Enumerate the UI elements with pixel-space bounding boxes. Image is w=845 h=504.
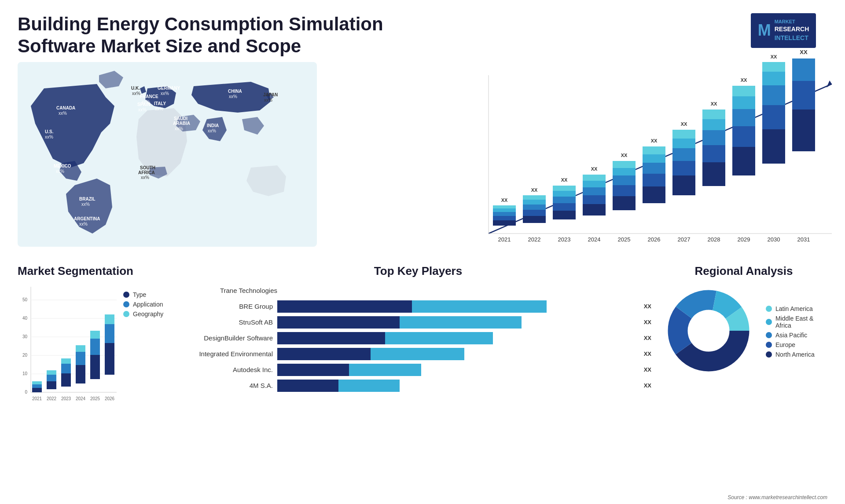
legend-geography-label: Geography: [133, 310, 163, 318]
player-xx-autodesk: XX: [644, 366, 651, 373]
italy-label: ITALY: [154, 101, 166, 106]
legend-geography-dot: [123, 311, 129, 317]
svg-rect-73: [61, 358, 71, 364]
map-svg: CANADA xx% U.S. xx% MEXICO xx% BRAZIL xx…: [18, 62, 317, 247]
key-players-section: Top Key Players Trane Technologies BRE G…: [185, 264, 651, 445]
legend-apac: Asia Pacific: [766, 332, 827, 339]
svg-rect-35: [672, 175, 695, 195]
svg-rect-47: [732, 109, 755, 126]
saudi-value: xx%: [175, 126, 183, 131]
y-30: 30: [22, 334, 28, 339]
brazil-value: xx%: [81, 202, 90, 207]
legend-geography: Geography: [123, 310, 163, 318]
y-0: 0: [25, 390, 27, 394]
svg-rect-5: [493, 220, 516, 226]
svg-rect-49: [732, 86, 755, 96]
year-2027: 2027: [678, 236, 691, 243]
south-africa-value: xx%: [141, 175, 149, 180]
china-value: xx%: [229, 94, 237, 99]
svg-rect-23: [583, 181, 606, 187]
bar-xx-2029: XX: [741, 77, 747, 83]
player-row-bre: BRE Group XX: [185, 300, 651, 313]
bar-xx-2023: XX: [561, 177, 568, 183]
svg-rect-15: [553, 211, 576, 219]
uk-label: U.K.: [131, 86, 140, 91]
bar-xx-2024: XX: [591, 166, 598, 172]
germany-value: xx%: [161, 91, 169, 96]
player-bar-bre: [277, 300, 637, 313]
bre-light-bar: [412, 300, 547, 313]
svg-rect-38: [672, 139, 695, 148]
player-row-strusoft: StruSoft AB XX: [185, 316, 651, 329]
donut-chart: [660, 282, 757, 379]
svg-rect-44: [702, 110, 725, 119]
svg-rect-29: [613, 161, 636, 168]
seg-year-2025: 2025: [90, 396, 100, 401]
bar-xx-2025: XX: [621, 153, 628, 158]
legend-latin-label: Latin America: [775, 305, 813, 312]
svg-rect-36: [672, 161, 695, 175]
integrated-bars: [277, 348, 464, 360]
svg-marker-2: [827, 80, 832, 88]
svg-rect-17: [553, 197, 576, 203]
player-name-integrated: Integrated Environmental: [185, 350, 273, 358]
legend-na-dot: [766, 351, 772, 358]
designbuilder-dark-bar: [277, 332, 385, 344]
segmentation-content: 0 10 20 30 40 50: [18, 282, 176, 414]
legend-europe-dot: [766, 342, 772, 348]
autodesk-light-bar: [349, 364, 421, 376]
svg-rect-27: [613, 175, 636, 185]
seg-year-2024: 2024: [76, 396, 86, 401]
mexico-value: xx%: [56, 169, 64, 174]
player-name-trane: Trane Technologies: [185, 287, 277, 294]
legend-apac-label: Asia Pacific: [775, 332, 807, 339]
legend-mea: Middle East & Africa: [766, 315, 827, 329]
south-africa-label2: AFRICA: [138, 170, 155, 175]
bar-xx-2030: XX: [771, 54, 777, 59]
integrated-dark-bar: [277, 348, 371, 360]
svg-rect-20: [583, 204, 606, 215]
svg-rect-42: [702, 130, 725, 145]
strusoft-bars: [277, 316, 522, 329]
player-row-integrated: Integrated Environmental XX: [185, 348, 651, 360]
key-players-title: Top Key Players: [185, 264, 651, 278]
svg-rect-57: [792, 58, 815, 81]
legend-latin: Latin America: [766, 305, 827, 312]
4m-light-bar: [338, 380, 400, 392]
year-2023: 2023: [558, 236, 571, 243]
player-name-strusoft: StruSoft AB: [185, 318, 273, 326]
argentina-value: xx%: [79, 222, 88, 226]
bar-chart-svg: XX XX XX XX: [462, 62, 845, 251]
canada-label: CANADA: [56, 106, 75, 110]
svg-rect-51: [762, 105, 785, 129]
y-50: 50: [22, 297, 28, 302]
legend-europe-label: Europe: [775, 341, 795, 348]
svg-rect-39: [672, 130, 695, 139]
legend-application-dot: [123, 301, 129, 307]
legend-north-america: North America: [766, 351, 827, 358]
logo-text: MARKET RESEARCH INTELLECT: [775, 18, 809, 43]
svg-rect-14: [523, 195, 546, 200]
4m-bars: [277, 380, 400, 392]
logo-line3: INTELLECT: [775, 34, 809, 43]
logo: M MARKET RESEARCH INTELLECT: [751, 13, 816, 48]
world-map: CANADA xx% U.S. xx% MEXICO xx% BRAZIL xx…: [18, 62, 317, 247]
france-label: FRANCE: [140, 94, 158, 99]
bar-xx-2022: XX: [531, 187, 538, 193]
seg-year-2026: 2026: [105, 396, 115, 401]
svg-point-88: [689, 311, 728, 351]
spain-value: xx%: [138, 107, 147, 112]
svg-rect-66: [32, 384, 42, 388]
year-2031: 2031: [797, 236, 810, 243]
legend-type: Type: [123, 291, 163, 298]
svg-rect-50: [762, 129, 785, 164]
svg-rect-67: [32, 381, 42, 384]
player-bar-autodesk: [277, 364, 637, 376]
player-name-designbuilder: DesignBuilder Software: [185, 334, 273, 342]
logo-m-icon: M: [758, 19, 771, 41]
brazil-label: BRAZIL: [79, 197, 96, 201]
year-2029: 2029: [738, 236, 750, 243]
year-2026: 2026: [648, 236, 661, 243]
legend-latin-dot: [766, 306, 772, 312]
y-40: 40: [22, 316, 28, 321]
